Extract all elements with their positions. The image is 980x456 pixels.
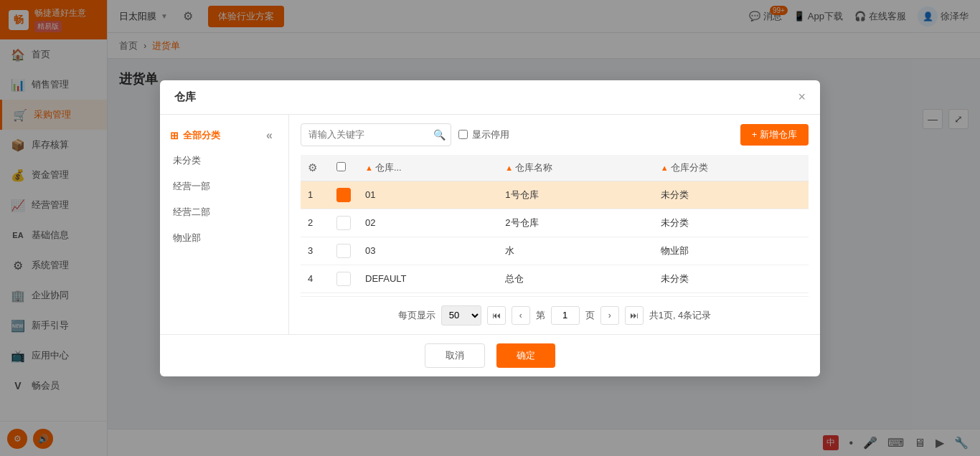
page-number-input[interactable] bbox=[551, 306, 580, 325]
category-header[interactable]: ⊞ 全部分类 « bbox=[160, 123, 288, 148]
category-panel: ⊞ 全部分类 « 未分类 经营一部 经营二部 物业部 bbox=[160, 115, 289, 334]
modal-header: 仓库 × bbox=[160, 80, 820, 115]
th-checkbox bbox=[329, 155, 358, 181]
page-label-text: 第 bbox=[536, 309, 545, 322]
row-num: 2 bbox=[301, 209, 329, 237]
warehouse-modal: 仓库 × ⊞ 全部分类 « 未分类 bbox=[160, 80, 820, 376]
category-item-dept1[interactable]: 经营一部 bbox=[160, 174, 288, 199]
total-info: 共1页, 4条记录 bbox=[649, 309, 712, 322]
last-page-btn[interactable]: ⏭ bbox=[625, 306, 644, 325]
search-icon: 🔍 bbox=[433, 129, 446, 141]
pagination: 每页显示 50 100 200 ⏮ ‹ 第 页 › bbox=[301, 296, 809, 334]
row-num: 3 bbox=[301, 237, 329, 265]
row-category: 物业部 bbox=[654, 237, 809, 265]
prev-page-btn[interactable]: ‹ bbox=[512, 306, 530, 325]
row-name: 水 bbox=[498, 237, 653, 265]
cancel-button[interactable]: 取消 bbox=[425, 343, 485, 368]
row-name: 总仓 bbox=[498, 265, 653, 293]
sort-icon: ▲ bbox=[365, 163, 373, 172]
row-code: 03 bbox=[358, 237, 498, 265]
row-checkbox[interactable] bbox=[329, 237, 358, 265]
content-panel: 🔍 显示停用 + 新增仓库 bbox=[289, 115, 820, 334]
table: ⚙ ▲仓库... ▲仓库名称 ▲仓库分类 1 01 bbox=[301, 155, 809, 293]
modal-title: 仓库 bbox=[174, 90, 196, 104]
page-size-select[interactable]: 50 100 200 bbox=[441, 305, 481, 326]
row-code: DEFAULT bbox=[358, 265, 498, 293]
table-row[interactable]: 2 02 2号仓库 未分类 bbox=[301, 209, 809, 237]
category-item-property[interactable]: 物业部 bbox=[160, 225, 288, 251]
table-row[interactable]: 3 03 水 物业部 bbox=[301, 237, 809, 265]
main-content: 日太阳膜 ▼ ⚙ 体验行业方案 💬 消息 99+ 📱 App下载 🎧 在线客服 … bbox=[108, 0, 980, 456]
show-disabled-label[interactable]: 显示停用 bbox=[458, 128, 509, 141]
table-body: 1 01 1号仓库 未分类 2 02 2号仓库 未分类 3 03 水 物业部 4… bbox=[301, 181, 809, 293]
page-unit: 页 bbox=[585, 309, 595, 322]
modal-body: ⊞ 全部分类 « 未分类 经营一部 经营二部 物业部 bbox=[160, 115, 820, 334]
category-header-label: 全部分类 bbox=[183, 129, 220, 142]
th-code: ▲仓库... bbox=[358, 155, 498, 181]
sort-icon-cat: ▲ bbox=[661, 163, 669, 172]
new-warehouse-btn[interactable]: + 新增仓库 bbox=[740, 124, 809, 146]
search-input[interactable] bbox=[301, 123, 451, 146]
collapse-icon[interactable]: « bbox=[260, 129, 278, 142]
th-name: ▲仓库名称 bbox=[498, 155, 653, 181]
row-checkbox[interactable] bbox=[329, 209, 358, 237]
row-num: 4 bbox=[301, 265, 329, 293]
row-checkbox[interactable] bbox=[329, 181, 358, 209]
select-all-checkbox[interactable] bbox=[336, 162, 346, 171]
gear-icon: ⚙ bbox=[308, 161, 317, 174]
category-item-unclassified[interactable]: 未分类 bbox=[160, 148, 288, 174]
modal-footer: 取消 确定 bbox=[160, 334, 820, 376]
modal-overlay: 仓库 × ⊞ 全部分类 « 未分类 bbox=[108, 59, 980, 429]
row-checkbox[interactable] bbox=[329, 265, 358, 293]
row-num: 1 bbox=[301, 181, 329, 209]
row-code: 01 bbox=[358, 181, 498, 209]
th-category: ▲仓库分类 bbox=[654, 155, 809, 181]
modal-toolbar: 🔍 显示停用 + 新增仓库 bbox=[301, 123, 809, 146]
row-code: 02 bbox=[358, 209, 498, 237]
show-disabled-text: 显示停用 bbox=[472, 128, 509, 141]
row-category: 未分类 bbox=[654, 209, 809, 237]
row-category: 未分类 bbox=[654, 265, 809, 293]
row-name: 1号仓库 bbox=[498, 181, 653, 209]
grid-icon: ⊞ bbox=[170, 130, 179, 141]
th-gear: ⚙ bbox=[301, 155, 329, 181]
page-area: 进货单 — ⤢ 仓库 × ⊞ bbox=[108, 59, 980, 429]
category-item-dept2[interactable]: 经营二部 bbox=[160, 199, 288, 225]
sort-icon-name: ▲ bbox=[505, 163, 513, 172]
show-disabled-checkbox[interactable] bbox=[458, 130, 468, 139]
table-row[interactable]: 1 01 1号仓库 未分类 bbox=[301, 181, 809, 209]
row-name: 2号仓库 bbox=[498, 209, 653, 237]
table-row[interactable]: 4 DEFAULT 总仓 未分类 bbox=[301, 265, 809, 293]
confirm-button[interactable]: 确定 bbox=[496, 343, 555, 368]
table-header-row: ⚙ ▲仓库... ▲仓库名称 ▲仓库分类 bbox=[301, 155, 809, 181]
first-page-btn[interactable]: ⏮ bbox=[487, 306, 506, 325]
next-page-btn[interactable]: › bbox=[600, 306, 619, 325]
search-wrap: 🔍 bbox=[301, 123, 451, 146]
row-category: 未分类 bbox=[654, 181, 809, 209]
modal-close-btn[interactable]: × bbox=[798, 90, 806, 103]
per-page-label: 每页显示 bbox=[398, 309, 435, 322]
warehouse-table: ⚙ ▲仓库... ▲仓库名称 ▲仓库分类 1 01 bbox=[301, 155, 809, 293]
